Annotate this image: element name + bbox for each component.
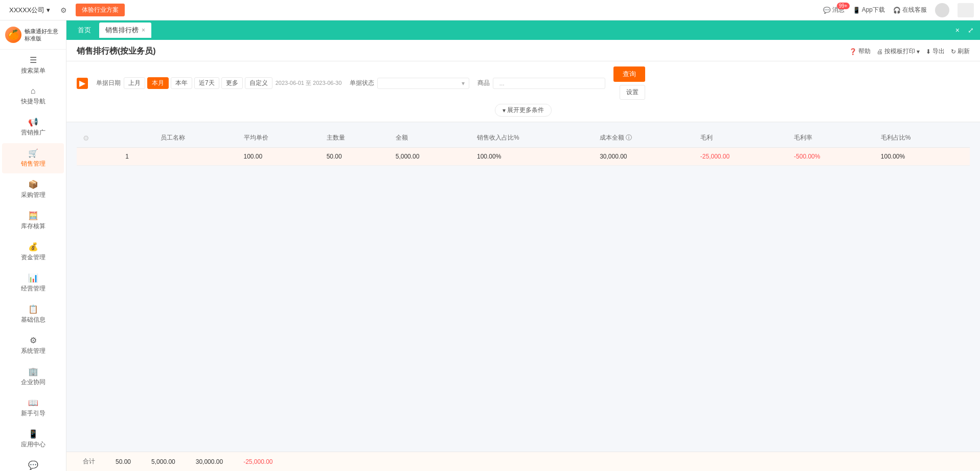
window-close-icon[interactable]: × (953, 25, 962, 35)
tab-close-icon[interactable]: × (142, 27, 145, 34)
app-icon: 📱 (853, 7, 860, 14)
company-selector[interactable]: XXXXX公司 ▾ (6, 5, 53, 16)
export-button[interactable]: ⬇ 导出 (926, 47, 945, 56)
sidebar-item-label: 快捷导航 (21, 97, 45, 106)
cell-gross: -25,000.00 (694, 148, 788, 166)
message-badge: 99+ (837, 3, 850, 9)
filter-status-item: 单据状态 ▾ (350, 78, 469, 89)
goods-more-icon[interactable]: ... (499, 80, 505, 87)
page-title: 销售排行榜(按业务员) (77, 46, 156, 57)
search-menu-icon: ☰ (30, 55, 37, 65)
query-area: 查询 设置 (613, 66, 645, 100)
top-right-actions: 💬 消息 99+ 📱 App下载 🎧 在线客服 (823, 3, 974, 17)
sidebar-item-finance[interactable]: 💰 资金管理 (2, 237, 64, 267)
template-print-button[interactable]: 🖨 按模板打印 ▾ (877, 47, 920, 56)
app-download-label: App下载 (862, 6, 885, 14)
col-settings[interactable]: ⚙ (77, 128, 119, 148)
sidebar-item-sales[interactable]: 🛒 销售管理 (2, 143, 64, 173)
sidebar-item-shortcuts[interactable]: ⌂ 快捷导航 (2, 81, 64, 111)
date-btn-last-month[interactable]: 上月 (124, 77, 145, 89)
sidebar: 🍊 畅康通好生意 标准版 ☰ 搜索菜单 ⌂ 快捷导航 📢 营销推广 🛒 销售管理… (0, 20, 66, 471)
col-amount: 全额 (390, 128, 471, 148)
expand-conditions-button[interactable]: ▾ 展开更多条件 (495, 104, 552, 117)
marketing-icon: 📢 (28, 117, 38, 127)
guide-icon: 📖 (28, 398, 38, 408)
avatar[interactable] (935, 3, 949, 17)
sidebar-item-apps[interactable]: 📱 应用中心 (2, 424, 64, 454)
sidebar-item-operations[interactable]: 📊 经营管理 (2, 268, 64, 298)
filter-row: ▶ 单据日期 上月 本月 本年 近7天 更多 自定义 2023-06-01 至 … (77, 66, 970, 100)
sidebar-item-label: 经营管理 (21, 284, 45, 293)
sidebar-item-inventory[interactable]: 🧮 库存核算 (2, 206, 64, 236)
query-button[interactable]: 查询 (613, 66, 645, 82)
status-select[interactable]: ▾ (377, 78, 469, 89)
tab-sales-rank[interactable]: 销售排行榜 × (99, 23, 151, 38)
sidebar-item-system[interactable]: ⚙ 系统管理 (2, 330, 64, 361)
window-restore-icon[interactable]: ⤢ (966, 25, 976, 35)
goods-select[interactable]: ... (493, 78, 605, 89)
sidebar-item-label: 销售管理 (21, 160, 45, 168)
cell-amount: 5,000.00 (390, 148, 471, 166)
app-download-button[interactable]: 📱 App下载 (853, 6, 885, 14)
sidebar-item-label: 库存核算 (21, 222, 45, 231)
sidebar-item-marketing[interactable]: 📢 营销推广 (2, 112, 64, 142)
tab-home[interactable]: 首页 (71, 23, 98, 38)
sidebar-item-search[interactable]: ☰ 搜索菜单 (2, 50, 64, 80)
sidebar-item-label: 新手引导 (21, 409, 45, 418)
settings-icon[interactable]: ⚙ (57, 4, 70, 16)
template-print-label: 按模板打印 (884, 47, 915, 56)
export-label: 导出 (932, 47, 945, 56)
print-chevron-icon: ▾ (917, 48, 920, 55)
table-wrapper[interactable]: ⚙ 员工名称 平均单价 主数量 全额 销售收入占比% 成本全额 ⓘ 毛利 毛利率… (66, 122, 980, 452)
sidebar-item-wechat[interactable]: 💬 企业微信 (2, 455, 64, 471)
expand-label: 展开更多条件 (507, 106, 544, 115)
sidebar-item-guide[interactable]: 📖 新手引导 (2, 393, 64, 423)
refresh-button[interactable]: ↻ 刷新 (951, 47, 970, 56)
cell-avg-price: 100.00 (238, 148, 321, 166)
apps-icon: 📱 (28, 429, 38, 439)
sidebar-item-purchase[interactable]: 📦 采购管理 (2, 174, 64, 205)
col-sales-pct: 销售收入占比% (471, 128, 594, 148)
date-btn-this-year[interactable]: 本年 (171, 77, 192, 89)
settings-button[interactable]: 设置 (620, 85, 645, 100)
sidebar-item-label: 资金管理 (21, 253, 45, 262)
table-header: ⚙ 员工名称 平均单价 主数量 全额 销售收入占比% 成本全额 ⓘ 毛利 毛利率… (77, 128, 970, 148)
cell-gross-pct: 100.00% (875, 148, 970, 166)
filter-toggle-icon[interactable]: ▶ (77, 78, 88, 89)
table-body: 1 100.00 50.00 5,000.00 100.00% 30,000.0… (77, 148, 970, 166)
trial-button[interactable]: 体验行业方案 (76, 4, 125, 16)
enterprise-icon: 🏢 (28, 367, 38, 376)
date-filter-label: 单据日期 (96, 79, 121, 87)
help-button[interactable]: ❓ 帮助 (849, 47, 871, 56)
cell-sales-pct: 100.00% (471, 148, 594, 166)
date-range-buttons: 上月 本月 本年 近7天 更多 自定义 (124, 77, 272, 89)
col-employee: 员工名称 (154, 128, 237, 148)
expand-down-icon: ▾ (503, 107, 506, 114)
sidebar-item-label: 系统管理 (21, 347, 45, 355)
date-btn-custom[interactable]: 自定义 (245, 77, 272, 89)
message-button[interactable]: 💬 消息 99+ (823, 6, 845, 14)
user-menu[interactable] (958, 3, 974, 17)
date-btn-this-month[interactable]: 本月 (147, 77, 169, 89)
top-bar: XXXXX公司 ▾ ⚙ 体验行业方案 💬 消息 99+ 📱 App下载 🎧 在线… (0, 0, 980, 20)
cell-gross-rate: -500.00% (788, 148, 875, 166)
sidebar-item-label: 应用中心 (21, 440, 45, 449)
purchase-icon: 📦 (28, 180, 38, 189)
sidebar-item-label: 基础信息 (21, 316, 45, 324)
header-actions: ❓ 帮助 🖨 按模板打印 ▾ ⬇ 导出 ↻ 刷新 (849, 47, 970, 56)
sidebar-item-basics[interactable]: 📋 基础信息 (2, 299, 64, 329)
filter-date-item: 单据日期 上月 本月 本年 近7天 更多 自定义 2023-06-01 至 20… (96, 77, 341, 89)
main-layout: 🍊 畅康通好生意 标准版 ☰ 搜索菜单 ⌂ 快捷导航 📢 营销推广 🛒 销售管理… (0, 20, 980, 471)
system-icon: ⚙ (30, 335, 37, 345)
date-btn-more[interactable]: 更多 (221, 77, 243, 89)
content-area: 首页 销售排行榜 × × ⤢ 销售排行榜(按业务员) ❓ 帮助 (66, 20, 980, 471)
online-service-button[interactable]: 🎧 在线客服 (893, 6, 927, 14)
date-btn-last-7days[interactable]: 近7天 (194, 77, 219, 89)
footer-qty-total: 50.00 (116, 458, 131, 465)
cell-settings (77, 148, 119, 166)
help-icon: ❓ (849, 48, 857, 55)
table-row: 1 100.00 50.00 5,000.00 100.00% 30,000.0… (77, 148, 970, 166)
sidebar-item-enterprise[interactable]: 🏢 企业协同 (2, 362, 64, 392)
logo-icon: 🍊 (5, 27, 21, 43)
sidebar-item-label: 采购管理 (21, 191, 45, 199)
